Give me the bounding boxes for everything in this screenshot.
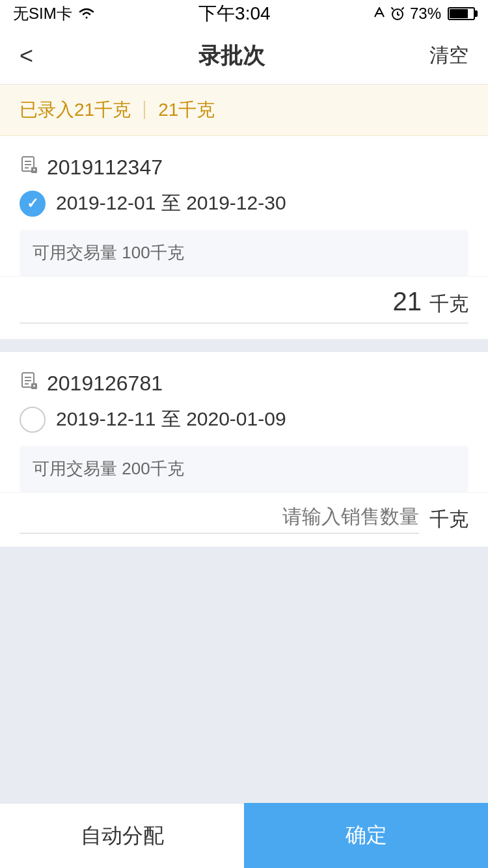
recorded-value: 21千克 bbox=[158, 98, 215, 122]
batch1-qty-value: 21 bbox=[393, 287, 422, 316]
confirm-button[interactable]: 确定 bbox=[244, 803, 488, 868]
batch1-icon bbox=[20, 156, 39, 180]
batch2-row[interactable]: 2019-12-11 至 2020-01-09 bbox=[20, 406, 468, 433]
status-left: 无SIM卡 bbox=[13, 3, 96, 24]
auto-distribute-button[interactable]: 自动分配 bbox=[0, 803, 244, 868]
signal-text: 无SIM卡 bbox=[13, 3, 72, 24]
batch1-id: 2019112347 bbox=[47, 156, 163, 180]
back-button[interactable]: < bbox=[20, 42, 33, 70]
batch1-row[interactable]: 2019-12-01 至 2019-12-30 bbox=[20, 190, 468, 217]
section-divider bbox=[0, 339, 488, 352]
info-banner: 已录入21千克 21千克 bbox=[0, 85, 488, 136]
qty-input-wrapper[interactable] bbox=[20, 506, 419, 534]
batch1-qty-unit: 千克 bbox=[429, 291, 468, 318]
batch1-card: 2019112347 2019-12-01 至 2019-12-30 可用交易量… bbox=[0, 136, 488, 276]
nav-bar: < 录批次 清空 bbox=[0, 27, 488, 85]
recorded-label: 已录入21千克 bbox=[20, 98, 131, 122]
batch2-input-row[interactable]: 千克 bbox=[0, 492, 488, 547]
batch1-radio[interactable] bbox=[20, 191, 46, 217]
batch2-radio[interactable] bbox=[20, 407, 46, 433]
info-divider bbox=[144, 101, 145, 119]
battery-icon bbox=[448, 7, 475, 20]
wifi-icon bbox=[77, 7, 96, 20]
status-right: 73% bbox=[373, 5, 475, 23]
qty-input-field[interactable] bbox=[20, 506, 419, 528]
status-bar: 无SIM卡 下午3:04 73% bbox=[0, 0, 488, 27]
battery-text: 73% bbox=[410, 5, 441, 23]
empty-area bbox=[0, 547, 488, 820]
batch2-icon bbox=[20, 372, 39, 396]
batch2-date: 2019-12-11 至 2020-01-09 bbox=[56, 406, 286, 433]
batch1-qty-row: 21 千克 bbox=[0, 276, 488, 339]
batch2-id: 2019126781 bbox=[47, 372, 163, 396]
bottom-bar: 自动分配 确定 bbox=[0, 803, 488, 868]
status-time: 下午3:04 bbox=[198, 1, 271, 26]
batch1-header: 2019112347 bbox=[20, 156, 468, 180]
batch2-avail: 可用交易量 200千克 bbox=[20, 446, 468, 492]
batch2-card: 2019126781 2019-12-11 至 2020-01-09 可用交易量… bbox=[0, 352, 488, 492]
batch2-unit: 千克 bbox=[429, 506, 468, 533]
batch1-avail: 可用交易量 100千克 bbox=[20, 230, 468, 276]
alarm-icon bbox=[390, 7, 405, 21]
clear-button[interactable]: 清空 bbox=[429, 42, 468, 69]
batch2-header: 2019126781 bbox=[20, 372, 468, 396]
page-title: 录批次 bbox=[198, 41, 265, 71]
batch1-date: 2019-12-01 至 2019-12-30 bbox=[56, 190, 286, 217]
location-icon bbox=[373, 7, 385, 20]
